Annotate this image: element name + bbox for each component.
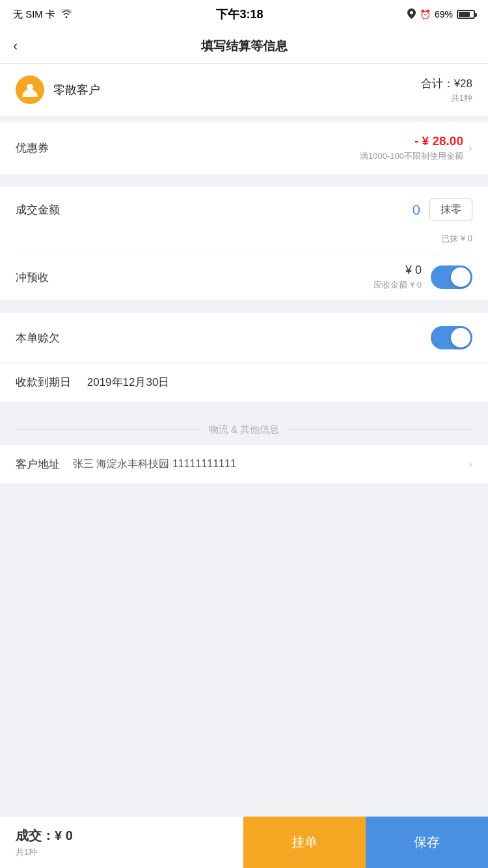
prepay-amounts: ¥ 0 应收金额 ¥ 0: [373, 264, 422, 291]
chevron-right-icon: ›: [468, 141, 472, 155]
debt-toggle-knob: [451, 328, 470, 347]
debt-card: 本单赊欠 收款到期日 2019年12月30日: [0, 313, 488, 401]
debt-row: 本单赊欠: [0, 313, 488, 362]
prepay-value: ¥ 0: [373, 264, 422, 277]
debt-label: 本单赊欠: [16, 331, 60, 346]
address-label: 客户地址: [16, 457, 60, 472]
coupon-right: - ¥ 28.00 满1000-100不限制使用金额 ›: [360, 134, 472, 162]
battery-percent: 69%: [435, 9, 453, 20]
address-value: 张三 海淀永丰科技园 11111111111: [73, 457, 468, 471]
location-icon: [407, 8, 416, 21]
coupon-info: - ¥ 28.00 满1000-100不限制使用金额: [360, 134, 463, 162]
due-date-row: 收款到期日 2019年12月30日: [0, 362, 488, 401]
prepay-row: 冲预收 ¥ 0 应收金额 ¥ 0: [0, 254, 488, 300]
prepay-label: 冲预收: [16, 270, 49, 285]
due-date-value: 2019年12月30日: [87, 376, 170, 388]
status-right: ⏰ 69%: [407, 8, 475, 21]
section-gap-2: [0, 306, 488, 313]
status-bar: 无 SIM 卡 下午3:18 ⏰ 69%: [0, 0, 488, 29]
logistics-section: 物流 & 其他信息: [0, 414, 488, 445]
battery-icon: [457, 10, 475, 19]
carrier-text: 无 SIM 卡: [13, 8, 55, 21]
prepay-right: ¥ 0 应收金额 ¥ 0: [373, 264, 472, 291]
page-title: 填写结算等信息: [201, 38, 288, 55]
coupon-amount: - ¥ 28.00: [360, 134, 463, 148]
transaction-card: 成交金额 抹零 已抹 ¥ 0 冲预收 ¥ 0 应收金额 ¥ 0: [0, 187, 488, 300]
logistics-line-left: [16, 429, 198, 430]
status-time: 下午3:18: [216, 7, 263, 22]
prepay-sub: 应收金额 ¥ 0: [373, 279, 422, 291]
bottom-count: 共1种: [16, 847, 228, 858]
logistics-label: 物流 & 其他信息: [209, 424, 279, 436]
customer-card: 零散客户 合计：¥28 共1种: [0, 64, 488, 116]
bottom-deal: 成交：¥ 0: [16, 827, 228, 845]
coupon-label: 优惠券: [16, 141, 49, 156]
bottom-deal-amount: ¥ 0: [55, 828, 73, 843]
wifi-icon: [61, 9, 72, 20]
coupon-card[interactable]: 优惠券 - ¥ 28.00 满1000-100不限制使用金额 ›: [0, 122, 488, 174]
toggle-knob: [451, 267, 470, 287]
total-count: 共1种: [421, 92, 472, 104]
prepay-toggle[interactable]: [431, 265, 472, 289]
due-date-label: 收款到期日: [16, 376, 71, 388]
nav-bar: ‹ 填写结算等信息: [0, 29, 488, 64]
logistics-line-right: [290, 429, 472, 430]
status-left: 无 SIM 卡: [13, 8, 72, 21]
section-gap-1: [0, 180, 488, 187]
customer-row: 零散客户 合计：¥28 共1种: [0, 64, 488, 116]
section-gap-3: [0, 408, 488, 414]
back-button[interactable]: ‹: [13, 38, 18, 55]
bottom-deal-label: 成交：: [16, 828, 55, 843]
address-row[interactable]: 客户地址 张三 海淀永丰科技园 11111111111 ›: [0, 445, 488, 483]
customer-left: 零散客户: [16, 75, 100, 104]
debt-toggle[interactable]: [431, 326, 472, 349]
bottom-bar: 成交：¥ 0 共1种 挂单 保存: [0, 816, 488, 868]
transaction-right: 抹零: [394, 198, 472, 221]
save-button[interactable]: 保存: [366, 817, 488, 869]
transaction-amount-input[interactable]: [394, 202, 420, 219]
round-zero-sub: 已抹 ¥ 0: [0, 233, 488, 254]
customer-name: 零散客户: [53, 82, 100, 98]
coupon-row[interactable]: 优惠券 - ¥ 28.00 满1000-100不限制使用金额 ›: [0, 122, 488, 174]
avatar: [16, 75, 44, 104]
round-zero-button[interactable]: 抹零: [429, 198, 472, 221]
transaction-amount-row: 成交金额 抹零: [0, 187, 488, 233]
transaction-label: 成交金额: [16, 202, 60, 217]
content: 零散客户 合计：¥28 共1种 优惠券 - ¥ 28.00 满1000-100不…: [0, 64, 488, 555]
alarm-icon: ⏰: [420, 9, 431, 20]
bottom-summary: 成交：¥ 0 共1种: [0, 827, 243, 858]
total-amount: 合计：¥28: [421, 76, 472, 91]
coupon-desc: 满1000-100不限制使用金额: [360, 150, 463, 162]
customer-right: 合计：¥28 共1种: [421, 76, 472, 104]
hold-button[interactable]: 挂单: [243, 817, 366, 869]
address-chevron-icon: ›: [468, 457, 472, 471]
